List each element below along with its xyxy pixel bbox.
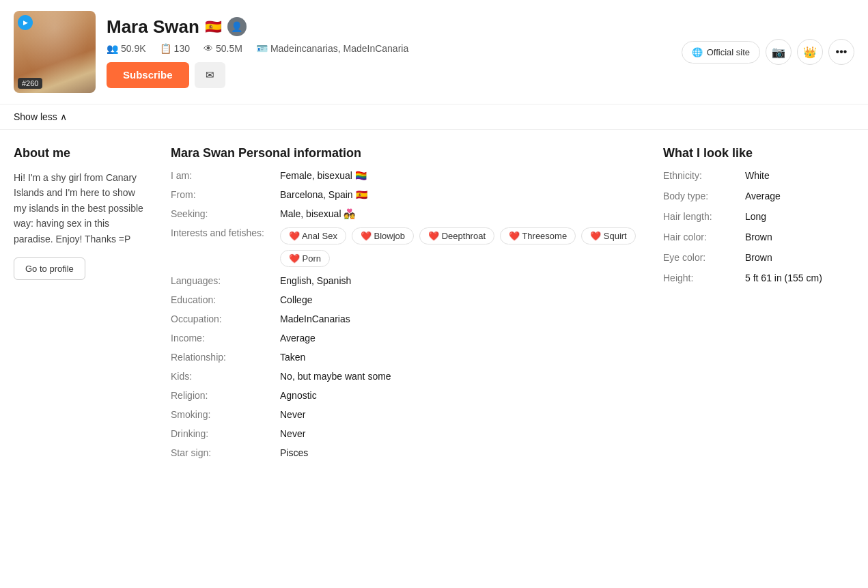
views-stat: 👁 50.5M	[204, 43, 242, 54]
appearance-label: Body type:	[663, 191, 745, 201]
avatar-container: #260	[14, 11, 96, 93]
appearance-row: Height:5 ft 61 in (155 cm)	[663, 272, 854, 283]
info-value: Never	[280, 409, 305, 420]
more-icon: •••	[836, 46, 848, 58]
show-less-bar: Show less ∧	[0, 104, 868, 130]
info-row: From:Barcelona, Spain 🇪🇸	[171, 189, 643, 200]
tag: ❤️ Threesome	[500, 227, 576, 244]
info-row: Relationship:Taken	[171, 352, 643, 363]
info-label: Education:	[171, 294, 280, 305]
followers-count: 50.9K	[121, 43, 146, 54]
appearance-title: What I look like	[663, 146, 854, 160]
appearance-value: Brown	[745, 232, 772, 242]
info-label: Income:	[171, 333, 280, 344]
followers-icon: 👥	[107, 43, 118, 54]
appearance-label: Hair length:	[663, 211, 745, 222]
following-icon: 📋	[160, 43, 171, 54]
info-row: Seeking:Male, bisexual 💑	[171, 208, 643, 219]
rank-badge: #260	[18, 78, 42, 89]
about-text: Hi! I'm a shy girl from Canary Islands a…	[14, 170, 150, 247]
info-value: Barcelona, Spain 🇪🇸	[280, 189, 367, 200]
personal-title: Mara Swan Personal information	[171, 146, 643, 160]
following-count: 130	[174, 43, 190, 54]
info-value: Male, bisexual 💑	[280, 208, 355, 219]
info-label: Smoking:	[171, 409, 280, 420]
show-less-button[interactable]: Show less ∧	[14, 111, 67, 122]
appearance-row: Eye color:Brown	[663, 252, 854, 263]
info-row: Education:College	[171, 294, 643, 305]
appearance-row: Hair color:Brown	[663, 232, 854, 242]
info-row: Religion:Agnostic	[171, 390, 643, 401]
appearance-row: Body type:Average	[663, 191, 854, 201]
info-row: I am:Female, bisexual 🏳️‍🌈	[171, 170, 643, 181]
about-title: About me	[14, 146, 150, 160]
info-value: Average	[280, 333, 316, 344]
main-content: About me Hi! I'm a shy girl from Canary …	[0, 130, 868, 483]
info-row: Occupation:MadeInCanarias	[171, 313, 643, 324]
official-site-label: Official site	[707, 47, 750, 57]
info-label: Relationship:	[171, 352, 280, 363]
info-value: No, but maybe want some	[280, 371, 391, 382]
profile-header: #260 Mara Swan 🇪🇸 👤 👥 50.9K 📋 130 👁 50.5…	[0, 0, 868, 104]
more-button[interactable]: •••	[828, 39, 854, 65]
info-row: Income:Average	[171, 333, 643, 344]
at-icon: 🪪	[256, 43, 268, 54]
info-value: English, Spanish	[280, 275, 351, 286]
appearance-value: Brown	[745, 252, 772, 263]
info-label: Kids:	[171, 371, 280, 382]
personal-info-table: I am:Female, bisexual 🏳️‍🌈From:Barcelona…	[171, 170, 643, 458]
appearance-label: Ethnicity:	[663, 170, 745, 181]
interests-label: Interests and fetishes:	[171, 227, 280, 238]
tags-container: ❤️ Anal Sex❤️ Blowjob❤️ Deepthroat❤️ Thr…	[280, 227, 643, 267]
appearance-value: 5 ft 61 in (155 cm)	[745, 272, 822, 283]
info-label: From:	[171, 189, 280, 200]
appearance-value: Long	[745, 211, 766, 222]
info-label: Occupation:	[171, 313, 280, 324]
tag: ❤️ Deepthroat	[419, 227, 494, 244]
crown-button[interactable]: 👑	[797, 39, 823, 65]
appearance-table: Ethnicity:WhiteBody type:AverageHair len…	[663, 170, 854, 283]
chevron-up-icon: ∧	[60, 111, 67, 122]
interests-row: Interests and fetishes:❤️ Anal Sex❤️ Blo…	[171, 227, 643, 267]
profile-name: Mara Swan	[107, 16, 199, 38]
info-value: Female, bisexual 🏳️‍🌈	[280, 170, 367, 181]
flag-icon: 🇪🇸	[205, 18, 222, 35]
tag: ❤️ Squirt	[581, 227, 636, 244]
tag: ❤️ Porn	[280, 250, 330, 267]
appearance-row: Hair length:Long	[663, 211, 854, 222]
info-row: Languages:English, Spanish	[171, 275, 643, 286]
tag: ❤️ Blowjob	[352, 227, 414, 244]
globe-icon: 🌐	[692, 47, 703, 57]
instagram-button[interactable]: 📷	[766, 39, 792, 65]
instagram-icon: 📷	[772, 46, 785, 59]
info-row: Drinking:Never	[171, 428, 643, 439]
info-row: Star sign:Pisces	[171, 447, 643, 458]
info-label: Drinking:	[171, 428, 280, 439]
info-value: Agnostic	[280, 390, 317, 401]
tag: ❤️ Anal Sex	[280, 227, 346, 244]
username-stat: 🪪 Madeincanarias, MadeInCanaria	[256, 43, 408, 54]
name-row: Mara Swan 🇪🇸 👤	[107, 16, 671, 38]
info-row: Kids:No, but maybe want some	[171, 371, 643, 382]
subscribe-button[interactable]: Subscribe	[107, 62, 189, 88]
appearance-section: What I look like Ethnicity:WhiteBody typ…	[663, 146, 854, 466]
live-icon	[18, 15, 33, 30]
actions-row: Subscribe ✉	[107, 62, 671, 88]
stats-row: 👥 50.9K 📋 130 👁 50.5M 🪪 Madeincanarias, …	[107, 43, 671, 54]
info-value: MadeInCanarias	[280, 313, 350, 324]
views-icon: 👁	[204, 43, 213, 54]
following-stat: 📋 130	[160, 43, 190, 54]
user-icon: 👤	[227, 17, 247, 36]
views-count: 50.5M	[216, 43, 242, 54]
about-section: About me Hi! I'm a shy girl from Canary …	[14, 146, 150, 466]
go-to-profile-button[interactable]: Go to profile	[14, 257, 85, 280]
show-less-label: Show less	[14, 111, 57, 122]
crown-icon: 👑	[803, 46, 817, 59]
official-site-button[interactable]: 🌐 Official site	[682, 41, 760, 64]
info-label: Star sign:	[171, 447, 280, 458]
message-button[interactable]: ✉	[195, 62, 225, 88]
appearance-value: White	[745, 170, 770, 181]
followers-stat: 👥 50.9K	[107, 43, 146, 54]
profile-info: Mara Swan 🇪🇸 👤 👥 50.9K 📋 130 👁 50.5M 🪪 M…	[107, 16, 671, 88]
appearance-value: Average	[745, 191, 781, 201]
